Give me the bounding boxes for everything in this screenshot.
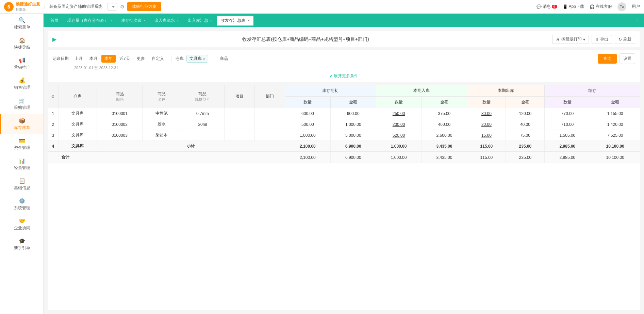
row-spec: 0.7mm	[181, 108, 224, 119]
goods-ellipsis[interactable]: ...	[231, 56, 237, 61]
warehouse-ellipsis[interactable]: ...	[211, 56, 217, 61]
settings-icon[interactable]: ⚙	[120, 4, 125, 10]
tab-home[interactable]: 首页	[46, 16, 63, 26]
tab-stock-dist-close[interactable]: ×	[110, 19, 112, 22]
sidebar-item-sales[interactable]: 💰 销售管理	[0, 74, 43, 94]
total-in-amt: 3,435.00	[422, 152, 467, 163]
online-service-btn[interactable]: 🎧 在线客服	[590, 4, 612, 10]
window-close-btn[interactable]: ×	[633, 16, 641, 24]
row-open-amt: 900.00	[330, 108, 376, 119]
row-bal-qty: 710.00	[545, 119, 590, 130]
sidebar-item-guide[interactable]: 🎓 新手引导	[0, 234, 43, 254]
refresh-btn[interactable]: ↻ 刷新	[615, 35, 635, 44]
row-out-qty[interactable]: 80.00	[467, 108, 506, 119]
query-btn[interactable]: 查询	[598, 54, 617, 64]
col-settings-icon[interactable]: ⚙	[51, 94, 55, 99]
total-in-qty: 1,000.00	[376, 152, 422, 163]
subtotal-in-amt: 3,435.00	[422, 141, 467, 152]
tab-inout-summary-label: 出入库汇总	[188, 18, 208, 23]
tab-stock-dist[interactable]: 现存量（库存分布表） ×	[63, 16, 116, 26]
row-dept	[255, 108, 285, 119]
tab-batch-label: 库存批次账	[121, 18, 142, 23]
th-warehouse: 仓库	[59, 85, 97, 108]
handshake-icon: 🤝	[19, 218, 26, 224]
date-btn-custom[interactable]: 自定义	[149, 55, 167, 63]
row-name: 中性笔	[143, 108, 181, 119]
sidebar-item-system[interactable]: ⚙️ 系统管理	[0, 194, 43, 214]
sidebar-item-capital[interactable]: 💳 资金管理	[0, 134, 43, 154]
experience-button[interactable]: 体验行业方案	[127, 2, 161, 11]
th-open-amt: 金额	[330, 97, 376, 108]
row-out-qty[interactable]: 15.00	[467, 130, 506, 141]
content-area: 首页 现存量（库存分布表） × 库存批次账 × 出入库流水 × 出入库汇总 × …	[44, 14, 644, 314]
date-range-display: 2023-01-01 至 2023-12-31	[52, 65, 635, 70]
th-bal-amt: 金额	[590, 97, 640, 108]
tab-bar: 首页 现存量（库存分布表） × 库存批次账 × 出入库流水 × 出入库汇总 × …	[44, 14, 644, 27]
date-btn-this-month[interactable]: 本月	[86, 55, 101, 63]
total-out-amt: 235.00	[506, 152, 545, 163]
warehouse-tag-close[interactable]: ×	[203, 57, 205, 61]
tab-recv-summary-close[interactable]: ×	[247, 19, 249, 22]
chevron-down-icon: ▾	[583, 37, 585, 42]
user-name[interactable]: 用户	[632, 4, 640, 10]
out-qty-link[interactable]: 15.00	[481, 133, 492, 138]
search-icon: 🔍	[19, 17, 26, 23]
out-qty-link[interactable]: 80.00	[481, 111, 492, 116]
date-btn-more[interactable]: 更多	[134, 55, 148, 63]
chart-icon: 📊	[19, 158, 26, 164]
sidebar-item-quicknav[interactable]: 🏠 快捷导航	[0, 34, 43, 54]
row-name: 胶水	[143, 119, 181, 130]
filter-settings-btn[interactable]: 设置	[620, 53, 635, 64]
date-range-text: 2023-01-01 至 2023-12-31	[74, 66, 118, 70]
sidebar-item-operations[interactable]: 📊 经营管理	[0, 154, 43, 174]
th-balance: 结存	[545, 85, 640, 97]
date-btn-last-month[interactable]: 上月	[71, 55, 86, 63]
row-warehouse: 文具库	[59, 130, 97, 141]
sidebar-item-search[interactable]: 🔍 搜索菜单	[0, 14, 43, 34]
logo-icon: 6	[4, 2, 14, 12]
message-btn[interactable]: 💬 消息 6	[536, 4, 557, 10]
row-in-qty[interactable]: 250.00	[376, 108, 422, 119]
row-out-qty[interactable]: 20.00	[467, 119, 506, 130]
total-open-amt: 6,900.00	[330, 152, 376, 163]
system-selector[interactable]	[107, 3, 117, 11]
sidebar-label-operations: 经营管理	[14, 165, 30, 171]
table-row: 2 文具库 0100002 胶水 20ml 500.00 1,000.00 23…	[48, 119, 640, 130]
tab-recv-summary[interactable]: 收发存汇总表 ×	[217, 16, 253, 26]
expand-btn[interactable]: ∨ 展开更多条件	[329, 73, 358, 79]
sidebar-item-basic[interactable]: 📋 基础信息	[0, 174, 43, 194]
app-download-btn[interactable]: 📱 App下载	[563, 4, 584, 10]
tab-batch-close[interactable]: ×	[144, 19, 146, 22]
sidebar-label-basic: 基础信息	[14, 185, 30, 191]
subtotal-num: 4	[48, 141, 59, 152]
th-settings[interactable]: ⚙	[48, 85, 59, 108]
sidebar-item-marketing[interactable]: 📢 营销推广	[0, 54, 43, 74]
print-icon: 🖨	[556, 37, 560, 42]
out-qty-link[interactable]: 20.00	[481, 122, 492, 127]
tab-inout-flow[interactable]: 出入库流水 ×	[150, 16, 183, 26]
sidebar: 🔍 搜索菜单 🏠 快捷导航 📢 营销推广 💰 销售管理 🛒 采购管理 📦 库存核…	[0, 14, 44, 314]
tab-inout-flow-close[interactable]: ×	[177, 19, 179, 22]
sidebar-label-enterprise: 企业协同	[14, 225, 30, 231]
row-in-qty[interactable]: 520.00	[376, 130, 422, 141]
sidebar-item-purchase[interactable]: 🛒 采购管理	[0, 94, 43, 114]
export-btn[interactable]: ⬇ 导出	[592, 35, 612, 44]
row-out-amt: 120.00	[506, 108, 545, 119]
in-qty-link[interactable]: 520.00	[393, 133, 405, 138]
date-btn-this-year[interactable]: 本年	[101, 55, 116, 63]
print-btn[interactable]: 🖨 拣货版打印 ▾	[552, 35, 589, 44]
tab-inout-summary[interactable]: 出入库汇总 ×	[184, 16, 216, 26]
sidebar-item-enterprise[interactable]: 🤝 企业协同	[0, 214, 43, 234]
row-spec	[181, 130, 224, 141]
tab-batch[interactable]: 库存批次账 ×	[117, 16, 150, 26]
row-in-qty[interactable]: 230.00	[376, 119, 422, 130]
date-btn-7days[interactable]: 近7天	[116, 55, 133, 63]
user-avatar[interactable]: Ea	[617, 2, 626, 11]
collapse-icon[interactable]: ▶	[52, 36, 56, 43]
in-qty-link[interactable]: 230.00	[393, 122, 405, 127]
in-qty-link[interactable]: 250.00	[393, 111, 405, 116]
th-out-amt: 金额	[506, 97, 545, 108]
sidebar-item-inventory[interactable]: 📦 库存核算	[0, 114, 43, 134]
row-open-qty: 1,000.00	[285, 130, 331, 141]
tab-inout-summary-close[interactable]: ×	[210, 19, 212, 22]
